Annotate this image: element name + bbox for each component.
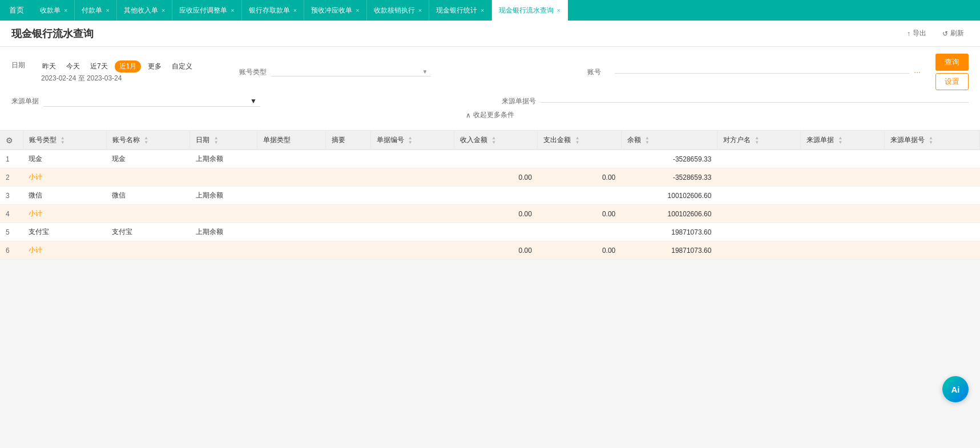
cell-account-name bbox=[106, 241, 189, 260]
cell-source-doc-no bbox=[884, 150, 979, 168]
cell-source-doc bbox=[801, 150, 884, 168]
cell-doc-type bbox=[257, 168, 326, 187]
cell-account-type: 小计 bbox=[23, 205, 106, 223]
th-source-doc-no[interactable]: 来源单据号 ▲▼ bbox=[884, 131, 979, 150]
date-btn-more[interactable]: 更多 bbox=[144, 60, 165, 72]
cell-row-num: 1 bbox=[0, 150, 23, 168]
date-btn-yesterday[interactable]: 昨天 bbox=[39, 60, 59, 72]
export-button[interactable]: ↑ 导出 bbox=[902, 26, 931, 41]
account-type-select[interactable]: ▼ bbox=[271, 67, 431, 76]
close-收款核销执行[interactable]: × bbox=[418, 7, 422, 14]
account-input[interactable] bbox=[615, 71, 909, 74]
tab-预收冲应收单[interactable]: 预收冲应收单 × bbox=[304, 0, 366, 21]
tab-现金银行流水查询[interactable]: 现金银行流水查询 × bbox=[492, 0, 568, 21]
cell-counterparty bbox=[717, 241, 800, 260]
cell-account-name: 支付宝 bbox=[106, 223, 189, 241]
th-balance[interactable]: 余额 ▲▼ bbox=[621, 131, 717, 150]
table-row: 2小计0.000.00-3528659.33 bbox=[0, 168, 980, 187]
date-btn-today[interactable]: 今天 bbox=[63, 60, 83, 72]
cell-counterparty bbox=[717, 187, 800, 205]
cell-doc-no bbox=[370, 241, 454, 260]
cell-doc-type bbox=[257, 223, 326, 241]
cell-summary bbox=[326, 150, 370, 168]
cell-account-type: 小计 bbox=[23, 168, 106, 187]
tab-应收应付调整单[interactable]: 应收应付调整单 × bbox=[172, 0, 241, 21]
top-nav: 首页 收款单 × 付款单 × 其他收入单 × 应收应付调整单 × 银行存取款单 … bbox=[0, 0, 980, 21]
tab-现金银行统计[interactable]: 现金银行统计 × bbox=[429, 0, 491, 21]
data-table: ⚙ 账号类型 ▲▼ 账号名称 ▲▼ 日期 ▲▼ 单据类型 摘要 单据编号 bbox=[0, 131, 980, 260]
cell-row-num: 2 bbox=[0, 168, 23, 187]
th-expense[interactable]: 支出金额 ▲▼ bbox=[538, 131, 621, 150]
source-doc-no-input[interactable] bbox=[541, 100, 969, 103]
cell-balance: 100102606.60 bbox=[621, 187, 717, 205]
page-title: 现金银行流水查询 bbox=[11, 27, 94, 41]
close-现金银行流水查询[interactable]: × bbox=[557, 7, 560, 14]
table-body: 1现金现金上期余额-3528659.332小计0.000.00-3528659.… bbox=[0, 150, 980, 260]
close-现金银行统计[interactable]: × bbox=[481, 7, 484, 14]
table-row: 4小计0.000.00100102606.60 bbox=[0, 205, 980, 223]
nav-home[interactable]: 首页 bbox=[0, 0, 33, 21]
tab-收款单[interactable]: 收款单 × bbox=[33, 0, 75, 21]
cell-doc-type bbox=[257, 205, 326, 223]
close-预收冲应收单[interactable]: × bbox=[356, 7, 359, 14]
refresh-button[interactable]: ↺ 刷新 bbox=[938, 26, 969, 41]
filter-row-2: 来源单据 ▼ 来源单据号 bbox=[11, 96, 969, 107]
cell-date bbox=[190, 241, 257, 260]
cell-row-num: 4 bbox=[0, 205, 23, 223]
cell-doc-no bbox=[370, 168, 454, 187]
th-account-type[interactable]: 账号类型 ▲▼ bbox=[23, 131, 106, 150]
close-应收应付调整单[interactable]: × bbox=[231, 7, 234, 14]
collapse-button[interactable]: ∧ 收起更多条件 bbox=[11, 107, 969, 123]
cell-source-doc-no bbox=[884, 205, 979, 223]
source-doc-arrow-icon: ▼ bbox=[250, 97, 257, 105]
collapse-up-icon: ∧ bbox=[466, 111, 471, 119]
th-date[interactable]: 日期 ▲▼ bbox=[190, 131, 257, 150]
query-button[interactable]: 查询 bbox=[935, 54, 969, 71]
th-counterparty[interactable]: 对方户名 ▲▼ bbox=[717, 131, 800, 150]
th-doc-no[interactable]: 单据编号 ▲▼ bbox=[370, 131, 454, 150]
page-header: 现金银行流水查询 ↑ 导出 ↺ 刷新 bbox=[0, 21, 980, 47]
date-btn-1month[interactable]: 近1月 bbox=[115, 60, 142, 72]
cell-balance: -3528659.33 bbox=[621, 150, 717, 168]
date-btn-7days[interactable]: 近7天 bbox=[87, 60, 111, 72]
tab-其他收入单[interactable]: 其他收入单 × bbox=[117, 0, 172, 21]
date-btn-custom[interactable]: 自定义 bbox=[168, 60, 196, 72]
cell-source-doc-no bbox=[884, 168, 979, 187]
tab-付款单[interactable]: 付款单 × bbox=[75, 0, 116, 21]
cell-row-num: 3 bbox=[0, 187, 23, 205]
sort-account-name-icon: ▲▼ bbox=[144, 136, 148, 145]
gear-icon[interactable]: ⚙ bbox=[6, 136, 13, 145]
th-income[interactable]: 收入金额 ▲▼ bbox=[454, 131, 537, 150]
source-doc-select[interactable]: ▼ bbox=[43, 96, 260, 107]
cell-summary bbox=[326, 205, 370, 223]
cell-row-num: 6 bbox=[0, 241, 23, 260]
export-icon: ↑ bbox=[907, 30, 910, 38]
cell-row-num: 5 bbox=[0, 223, 23, 241]
cell-date bbox=[190, 205, 257, 223]
close-其他收入单[interactable]: × bbox=[162, 7, 165, 14]
th-account-name[interactable]: 账号名称 ▲▼ bbox=[106, 131, 189, 150]
header-actions: ↑ 导出 ↺ 刷新 bbox=[902, 26, 969, 41]
tab-收款核销执行[interactable]: 收款核销执行 × bbox=[367, 0, 429, 21]
th-gear: ⚙ bbox=[0, 131, 23, 150]
th-source-doc[interactable]: 来源单据 ▲▼ bbox=[801, 131, 884, 150]
cell-doc-type bbox=[257, 150, 326, 168]
cell-doc-no bbox=[370, 223, 454, 241]
cell-doc-no bbox=[370, 187, 454, 205]
close-收款单[interactable]: × bbox=[64, 7, 67, 14]
cell-income: 0.00 bbox=[454, 205, 537, 223]
table-row: 1现金现金上期余额-3528659.33 bbox=[0, 150, 980, 168]
cell-source-doc bbox=[801, 205, 884, 223]
cell-doc-type bbox=[257, 187, 326, 205]
sort-counterparty-icon: ▲▼ bbox=[755, 136, 759, 145]
cell-counterparty bbox=[717, 150, 800, 168]
cell-expense: 0.00 bbox=[538, 205, 621, 223]
cell-counterparty bbox=[717, 168, 800, 187]
close-银行存取款单[interactable]: × bbox=[293, 7, 297, 14]
cell-account-type: 现金 bbox=[23, 150, 106, 168]
close-付款单[interactable]: × bbox=[106, 7, 109, 14]
setting-button[interactable]: 设置 bbox=[935, 73, 969, 90]
account-more-btn[interactable]: ··· bbox=[914, 67, 921, 76]
cell-summary bbox=[326, 187, 370, 205]
tab-银行存取款单[interactable]: 银行存取款单 × bbox=[242, 0, 304, 21]
